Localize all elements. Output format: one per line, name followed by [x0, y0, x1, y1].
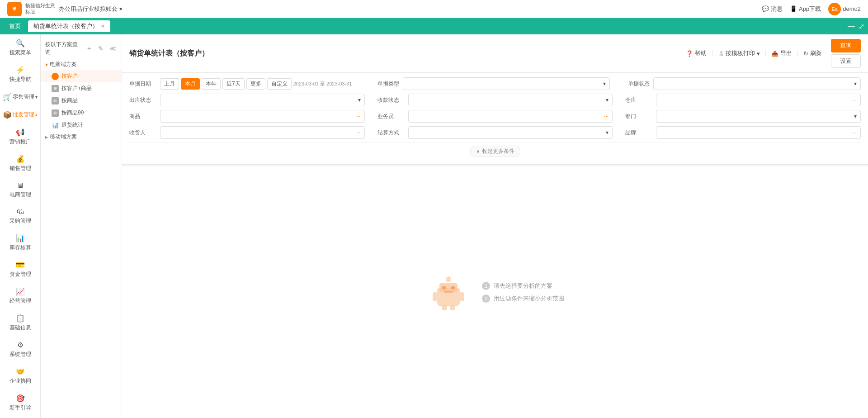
- sidebar-item-inventory[interactable]: 📊 库存核算: [0, 229, 40, 256]
- sidebar-item-cooperation[interactable]: 🤝 企业协同: [0, 363, 40, 390]
- sidebar-item-finance[interactable]: 💳 资金管理: [0, 256, 40, 283]
- filter-area: 单据日期 上月 本月 本年 近7天 更多 自定义 2023-03-01 至 20…: [122, 73, 868, 165]
- scheme-item-return-stats[interactable]: 📊 退货统计: [41, 119, 122, 131]
- dept-select[interactable]: ▾: [656, 110, 861, 123]
- docstatus-select[interactable]: ▾: [653, 77, 861, 90]
- tab-report[interactable]: 销货单统计表（按客户） ✕: [28, 20, 110, 32]
- minimize-button[interactable]: —: [848, 22, 855, 31]
- tip-num-1: 1: [482, 282, 490, 290]
- marketing-icon: 📢: [16, 128, 25, 137]
- sidebar-item-retail[interactable]: 🛒 零售管理 ▾: [0, 88, 40, 106]
- scheme-item-by-goods[interactable]: ▤ 按商品: [41, 95, 122, 107]
- date-custom[interactable]: 自定义: [267, 78, 292, 90]
- collapse-filters-button[interactable]: ∧ 收起更多条件: [470, 146, 520, 157]
- retail-icon: 🛒: [3, 93, 12, 101]
- sidebar-item-ecommerce[interactable]: 🖥 电商管理: [0, 177, 40, 203]
- empty-content: 1 请先选择要分析的方案 2 用过滤条件来缩小分析范围: [426, 270, 564, 315]
- sidebar-item-newguide[interactable]: 🎯 新手引导: [0, 390, 40, 416]
- purchase-icon: 🛍: [17, 208, 24, 216]
- scheme-item-by-goods-99[interactable]: ▤ 按商品99: [41, 107, 122, 119]
- query-button[interactable]: 查询: [831, 39, 861, 52]
- filter-row-3: 商品 ··· 业务员 ··· 部门 ▾: [129, 110, 861, 123]
- basic-icon: 📋: [16, 314, 25, 323]
- top-header: 畅 畅捷信好生意 标版 办公用品行业模拟账套 ▾ 💬 消息 📱 App下载 Ea…: [0, 0, 868, 18]
- date-more[interactable]: 更多: [246, 78, 265, 90]
- receiver-select[interactable]: ···: [160, 126, 365, 139]
- help-button[interactable]: ❓ 帮助: [686, 49, 707, 57]
- sidebar-item-sales[interactable]: 💰 销售管理: [0, 150, 40, 177]
- sidebar-item-search[interactable]: 🔍 搜索菜单: [0, 34, 40, 61]
- scheme-group-desktop[interactable]: ▾ 电脑端方案: [41, 59, 122, 70]
- brand-select[interactable]: ···: [656, 126, 861, 139]
- payment-label: 收款状态: [377, 96, 405, 104]
- retail-arrow: ▾: [35, 95, 38, 100]
- sidebar-item-wholesale[interactable]: 📦 批发管理 ▴: [0, 106, 40, 124]
- scheme-item-icon-goods99: ▤: [52, 109, 59, 117]
- scheme-add-button[interactable]: +: [85, 44, 94, 53]
- doctype-select[interactable]: ▾: [403, 77, 610, 90]
- svg-point-3: [451, 286, 455, 290]
- salesperson-dots: ···: [604, 113, 609, 119]
- user-profile[interactable]: Ea demo2: [828, 3, 861, 15]
- sidebar-item-marketing[interactable]: 📢 营销推广: [0, 124, 40, 150]
- chevron-right-icon: ▸: [45, 134, 48, 140]
- tab-close-icon[interactable]: ✕: [101, 24, 105, 29]
- filter-row-2: 出库状态 ▾ 收款状态 ▾ 仓库 ···: [129, 94, 861, 106]
- print-icon: 🖨: [718, 50, 724, 57]
- help-icon: ❓: [686, 50, 693, 57]
- sidebar: 🔍 搜索菜单 ⚡ 快捷导航 🛒 零售管理 ▾ 📦 批发管理 ▴ 📢 营销推广 💰…: [0, 34, 41, 418]
- settlement-select[interactable]: ▾: [408, 126, 613, 139]
- cooperation-icon: 🤝: [16, 367, 25, 376]
- export-icon: 📤: [771, 50, 778, 57]
- tab-home[interactable]: 首页: [4, 20, 26, 32]
- salesperson-select[interactable]: ···: [408, 110, 613, 123]
- payment-select[interactable]: ▾: [408, 94, 613, 106]
- date-last-7[interactable]: 近7天: [222, 78, 245, 90]
- goods-select[interactable]: ···: [160, 110, 365, 123]
- outbound-select[interactable]: ▾: [160, 94, 365, 106]
- dept-arrow: ▾: [854, 113, 857, 119]
- scheme-item-by-customer-goods[interactable]: ⊞ 按客户+商品: [41, 82, 122, 95]
- svg-point-2: [442, 286, 446, 290]
- date-this-month[interactable]: 本月: [181, 78, 200, 90]
- app-selector[interactable]: 办公用品行业模拟账套 ▾: [59, 5, 123, 13]
- brand-label: 品牌: [625, 129, 652, 137]
- doctype-arrow: ▾: [603, 81, 606, 87]
- messages-button[interactable]: 💬 消息: [762, 5, 783, 13]
- receiver-label: 收货人: [129, 129, 156, 137]
- scheme-edit-button[interactable]: ✎: [96, 44, 105, 53]
- sidebar-item-purchase[interactable]: 🛍 采购管理: [0, 203, 40, 229]
- maximize-button[interactable]: ⤢: [859, 22, 864, 31]
- salesperson-label: 业务员: [377, 113, 405, 120]
- sidebar-item-appcenter[interactable]: 📱 应用中心: [0, 416, 40, 418]
- warehouse-dots: ···: [852, 97, 857, 103]
- settings-button[interactable]: 设置: [831, 54, 861, 68]
- doctype-label: 单据类型: [372, 80, 399, 88]
- collapse-row: ∧ 收起更多条件: [129, 142, 861, 160]
- warehouse-select[interactable]: ···: [656, 94, 861, 106]
- refresh-button[interactable]: ↻ 刷新: [803, 49, 822, 57]
- date-this-year[interactable]: 本年: [202, 78, 221, 90]
- date-last-month[interactable]: 上月: [160, 78, 179, 90]
- operations-icon: 📈: [16, 287, 25, 296]
- template-print-button[interactable]: 🖨 按模板打印 ▾: [718, 49, 760, 57]
- scheme-item-by-customer[interactable]: 按客户: [41, 70, 122, 82]
- download-icon: 📱: [790, 5, 797, 12]
- export-button[interactable]: 📤 导出: [771, 49, 792, 57]
- tab-bar: 首页 销货单统计表（按客户） ✕ — ⤢: [0, 18, 868, 34]
- app-download-button[interactable]: 📱 App下载: [790, 5, 821, 13]
- system-icon: ⚙: [17, 341, 24, 349]
- sidebar-item-operations[interactable]: 📈 经营管理: [0, 283, 40, 309]
- edit-icon: ✎: [98, 45, 104, 52]
- logo-icon: 畅: [7, 2, 22, 16]
- scheme-group-mobile[interactable]: ▸ 移动端方案: [41, 131, 122, 142]
- scheme-panel: 按以下方案查询 + ✎ ≪ ▾ 电脑端方案 按客户 ⊞: [41, 34, 122, 418]
- print-arrow-icon: ▾: [757, 50, 760, 57]
- inventory-icon: 📊: [16, 234, 25, 242]
- scheme-collapse-button[interactable]: ≪: [108, 44, 117, 53]
- sidebar-item-system[interactable]: ⚙ 系统管理: [0, 336, 40, 363]
- sidebar-item-quicknav[interactable]: ⚡ 快捷导航: [0, 61, 40, 88]
- ecommerce-icon: 🖥: [17, 181, 24, 190]
- sidebar-item-basic[interactable]: 📋 基础信息: [0, 309, 40, 336]
- report-actions: ❓ 帮助 🖨 按模板打印 ▾ 📤 导出: [686, 39, 861, 68]
